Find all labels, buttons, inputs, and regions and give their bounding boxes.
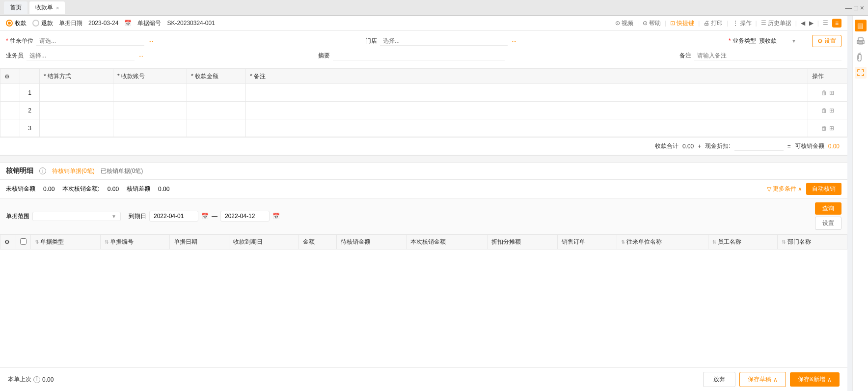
tab-active[interactable]: 收款单 × bbox=[29, 1, 65, 14]
col-jine-header: 金额 bbox=[299, 235, 336, 250]
maximize-btn[interactable]: □ bbox=[854, 4, 858, 12]
kuaijian-btn[interactable]: ⊡ 快捷键 bbox=[670, 19, 694, 28]
col-benchihexiaojine-header: 本次核销金额 bbox=[407, 235, 488, 250]
bottom-table-wrapper: ⚙ ⇅ 单据类型 ⇅ 单据编号 bbox=[0, 234, 847, 367]
danjubianh-label: 单据编号 bbox=[137, 19, 161, 28]
caozuo-btn[interactable]: ⋮ 操作 bbox=[732, 19, 752, 28]
list-view-btn[interactable]: ☰ bbox=[823, 20, 828, 27]
calendar-from-icon[interactable]: 📅 bbox=[201, 213, 209, 220]
hexiao-table-header: ⚙ ⇅ 单据类型 ⇅ 单据编号 bbox=[0, 235, 847, 250]
col-settings2-header[interactable]: ⚙ bbox=[0, 235, 16, 250]
save-new-btn[interactable]: 保存&新增 ∧ bbox=[790, 372, 840, 387]
zhaiyao-label: 摘要 bbox=[318, 52, 330, 60]
row2-jiesuan[interactable] bbox=[40, 102, 113, 119]
calendar-icon[interactable]: 📅 bbox=[124, 20, 132, 27]
mendian-label: 门店 bbox=[365, 37, 377, 45]
row2-copy-btn[interactable]: ⊞ bbox=[829, 107, 834, 114]
yewuyuan-dots[interactable]: ··· bbox=[138, 53, 143, 59]
table-row: 3 🗑 ⊞ bbox=[0, 119, 847, 137]
row1-jiesuan[interactable] bbox=[40, 84, 113, 102]
sidebar-icon-print[interactable] bbox=[855, 35, 867, 47]
row2-delete-btn[interactable]: 🗑 bbox=[821, 107, 827, 114]
form-row-2: 业务员 ··· 摘要 备注 bbox=[6, 51, 841, 60]
history-btn[interactable]: ☰ 历史单据 bbox=[761, 19, 791, 28]
col-yuangongmingcheng-header: ⇅ 员工名称 bbox=[708, 235, 778, 250]
save-draft-chevron[interactable]: ∧ bbox=[773, 376, 778, 383]
date-from-input[interactable] bbox=[149, 211, 198, 222]
next-btn[interactable]: ▶ bbox=[809, 20, 814, 27]
row1-delete-btn[interactable]: 🗑 bbox=[821, 89, 827, 96]
row3-jiesuan[interactable] bbox=[40, 119, 113, 137]
save-draft-btn[interactable]: 保存草稿 ∧ bbox=[739, 372, 786, 387]
form-area: 往来单位 ··· 门店 ··· 业务类型 预收款 ▼ bbox=[0, 31, 847, 69]
settings-btn[interactable]: ⚙ 设置 bbox=[812, 35, 841, 47]
sidebar-icon-attach[interactable] bbox=[855, 51, 867, 63]
hexiao-table: ⚙ ⇅ 单据类型 ⇅ 单据编号 bbox=[0, 234, 847, 250]
wei-hexiao-val: 0.00 bbox=[43, 186, 54, 193]
minimize-btn[interactable]: — bbox=[845, 4, 852, 12]
wanglaidiwei-dots[interactable]: ··· bbox=[148, 38, 153, 45]
hexiao-tab-done[interactable]: 已核销单据(0笔) bbox=[101, 167, 143, 175]
col-jiesuan-header: * 结算方式 bbox=[40, 69, 113, 84]
row3-account[interactable] bbox=[113, 119, 187, 137]
hexiao-tab-pending[interactable]: 待核销单据(0笔) bbox=[52, 167, 95, 175]
col-settings-header[interactable]: ⚙ bbox=[0, 69, 20, 84]
summary-row: 收款合计 0.00 + 现金折扣: = 可核销金额 0.00 bbox=[0, 137, 847, 155]
radio-shoukuan[interactable]: 收款 bbox=[6, 19, 27, 28]
mendian-dots[interactable]: ··· bbox=[512, 38, 516, 45]
abandon-btn[interactable]: 放弃 bbox=[703, 372, 735, 387]
yewuleixing-label: 业务类型 bbox=[729, 37, 756, 45]
zhaiyao-input[interactable] bbox=[333, 51, 505, 60]
row1-remark[interactable] bbox=[246, 84, 808, 102]
tab-home[interactable]: 首页 bbox=[4, 1, 27, 14]
form-view-btn[interactable]: ≡ bbox=[832, 19, 841, 28]
danjufanwei-chevron: ▼ bbox=[111, 214, 116, 219]
danjufanwei-select[interactable]: ▼ bbox=[32, 212, 121, 221]
sidebar-icon-expand[interactable] bbox=[855, 67, 867, 79]
calendar-to-icon[interactable]: 📅 bbox=[272, 213, 280, 220]
help-btn[interactable]: ⊙ 帮助 bbox=[643, 19, 661, 28]
save-new-chevron[interactable]: ∧ bbox=[827, 376, 832, 383]
benshangciling-info-icon[interactable]: i bbox=[33, 376, 40, 383]
col-checkbox-header[interactable] bbox=[16, 235, 31, 250]
row3-amount[interactable] bbox=[187, 119, 246, 137]
row1-copy-btn[interactable]: ⊞ bbox=[829, 89, 834, 96]
filter-settings-btn[interactable]: 设置 bbox=[815, 217, 841, 230]
row1-amount[interactable] bbox=[187, 84, 246, 102]
prev-btn[interactable]: ◀ bbox=[801, 20, 805, 27]
yewuyuan-input[interactable] bbox=[27, 51, 135, 60]
sidebar-icon-table[interactable]: ▤ bbox=[855, 20, 867, 31]
row3-delete-btn[interactable]: 🗑 bbox=[821, 125, 827, 132]
col-account-header: * 收款账号 bbox=[113, 69, 187, 84]
mendian-col: 门店 ··· bbox=[365, 36, 516, 46]
row3-index: 3 bbox=[20, 119, 40, 137]
wanglaidiwei-col: 往来单位 ··· bbox=[6, 36, 153, 46]
more-conditions-btn[interactable]: ▽ 更多条件 ∧ bbox=[767, 185, 802, 193]
row2-account[interactable] bbox=[113, 102, 187, 119]
hexiao-info-icon[interactable]: i bbox=[39, 168, 46, 174]
select-all-checkbox[interactable] bbox=[20, 238, 27, 245]
col-wanglaidiweimingcheng-header: ⇅ 往来单位名称 bbox=[617, 235, 708, 250]
print-btn[interactable]: 🖨 打印 bbox=[704, 19, 723, 28]
row2-amount[interactable] bbox=[187, 102, 246, 119]
date-to-input[interactable] bbox=[220, 211, 270, 222]
row2-remark[interactable] bbox=[246, 102, 808, 119]
xianjian-zhekou-input[interactable] bbox=[734, 141, 784, 151]
auto-hexiao-btn[interactable]: 自动核销 bbox=[806, 183, 841, 195]
row3-copy-btn[interactable]: ⊞ bbox=[829, 125, 834, 132]
row2-index: 2 bbox=[20, 102, 40, 119]
beizhu-col: 备注 bbox=[679, 51, 841, 60]
query-btn[interactable]: 查询 bbox=[815, 202, 841, 215]
yewuleixing-chevron[interactable]: ▼ bbox=[791, 38, 796, 44]
tab-close-icon[interactable]: × bbox=[56, 5, 59, 11]
wanglaidiwei-input[interactable] bbox=[36, 36, 144, 46]
video-btn[interactable]: ⊙ 视频 bbox=[615, 19, 633, 28]
radio-tuikuan[interactable]: 退款 bbox=[32, 19, 53, 28]
row1-account[interactable] bbox=[113, 84, 187, 102]
beizhu-input[interactable] bbox=[694, 51, 841, 60]
close-btn[interactable]: × bbox=[860, 4, 864, 12]
daooqiri-label: 到期日 bbox=[129, 212, 146, 221]
mendian-input[interactable] bbox=[380, 36, 508, 46]
row3-remark[interactable] bbox=[246, 119, 808, 137]
history-icon: ☰ bbox=[761, 20, 766, 27]
